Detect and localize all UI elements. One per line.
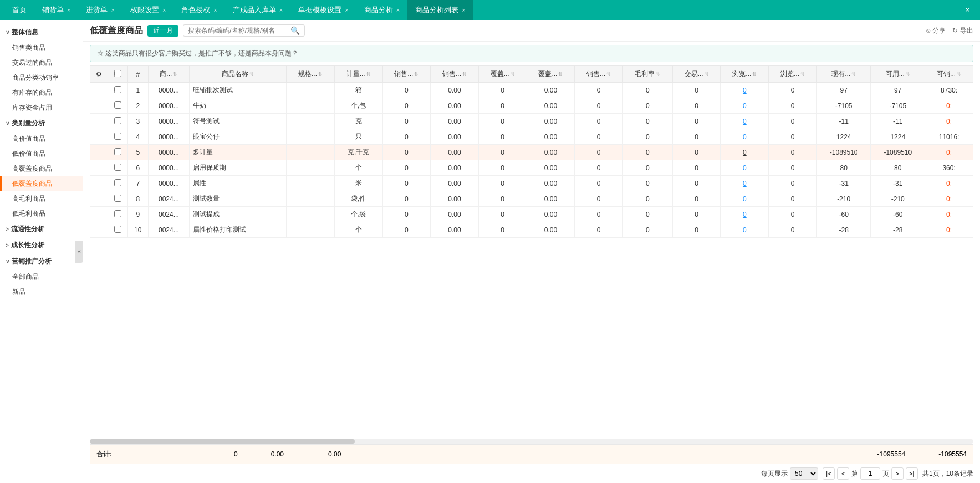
col-current[interactable]: 现有...⇅ xyxy=(816,66,871,83)
cell-browse1[interactable]: 0 xyxy=(721,129,769,145)
sidebar-item-category-rate[interactable]: 商品分类动销率 xyxy=(0,70,83,85)
last-page-button[interactable]: >| xyxy=(906,467,918,480)
nav-item-home[interactable]: 首页 xyxy=(4,0,34,20)
nav-item-analysis[interactable]: 商品分析 × xyxy=(356,0,407,20)
nav-close-permission[interactable]: × xyxy=(162,7,166,13)
col-code[interactable]: 商...⇅ xyxy=(148,66,190,83)
cell-browse1[interactable]: 0 xyxy=(721,176,769,191)
col-available[interactable]: 可用...⇅ xyxy=(871,66,925,83)
sidebar-section-marketing[interactable]: ∨ 营销推广分析 xyxy=(0,253,83,270)
sidebar-section-category[interactable]: ∨ 类别量分析 xyxy=(0,115,83,131)
cell-available: -210 xyxy=(871,191,925,207)
row-checkbox[interactable] xyxy=(114,179,121,186)
select-all-checkbox[interactable] xyxy=(114,70,121,77)
footer-current: -1095554 xyxy=(877,450,906,458)
cell-browse1[interactable]: 0 xyxy=(721,114,769,129)
nav-item-inventory[interactable]: 产成品入库单 × xyxy=(225,0,290,20)
row-checkbox[interactable] xyxy=(114,148,121,155)
nav-close-purchase[interactable]: × xyxy=(111,7,114,13)
cell-browse1[interactable]: 0 xyxy=(721,160,769,176)
export-button[interactable]: ↻ 导出 xyxy=(952,26,973,35)
time-filter-button[interactable]: 近一月 xyxy=(147,25,178,37)
share-button[interactable]: ⎋ 分享 xyxy=(926,26,946,35)
sidebar-collapse-button[interactable]: « xyxy=(75,241,83,263)
nav-item-template[interactable]: 单据模板设置 × xyxy=(290,0,356,20)
sidebar-section-liquidity[interactable]: > 流通性分析 xyxy=(0,221,83,237)
next-page-button[interactable]: > xyxy=(891,467,904,480)
nav-close-analysis-list[interactable]: × xyxy=(462,7,465,13)
sidebar-item-low-value[interactable]: 低价值商品 xyxy=(0,146,83,161)
row-checkbox[interactable] xyxy=(114,210,121,217)
sidebar-section-growth[interactable]: > 成长性分析 xyxy=(0,237,83,253)
sidebar-item-high-margin[interactable]: 高毛利商品 xyxy=(0,191,83,206)
first-page-button[interactable]: |< xyxy=(823,467,835,480)
scrollbar-thumb[interactable] xyxy=(90,439,355,444)
col-sales-amt[interactable]: 销售...⇅ xyxy=(431,66,479,83)
cell-browse1[interactable]: 0 xyxy=(721,207,769,222)
col-settings[interactable]: ⚙ xyxy=(90,66,108,83)
nav-close-inventory[interactable]: × xyxy=(279,7,283,13)
sidebar-item-low-margin[interactable]: 低毛利商品 xyxy=(0,206,83,221)
nav-close-analysis[interactable]: × xyxy=(396,7,400,13)
sidebar-item-traded-goods[interactable]: 交易过的商品 xyxy=(0,55,83,70)
row-checkbox[interactable] xyxy=(114,133,121,140)
row-checkbox[interactable] xyxy=(114,164,121,171)
col-spec[interactable]: 规格...⇅ xyxy=(287,66,335,83)
col-sales-qty[interactable]: 销售...⇅ xyxy=(382,66,431,83)
info-banner: ☆ 这类商品只有很少客户购买过，是推广不够，还是商品本身问题？ xyxy=(90,45,973,62)
col-cover1[interactable]: 覆盖...⇅ xyxy=(478,66,527,83)
sidebar-item-low-coverage[interactable]: 低覆盖度商品 xyxy=(0,176,83,191)
cell-browse1[interactable]: 0 xyxy=(721,145,769,160)
nav-item-permission[interactable]: 权限设置 × xyxy=(122,0,173,20)
nav-item-role[interactable]: 角色授权 × xyxy=(173,0,224,20)
row-checkbox[interactable] xyxy=(114,226,121,233)
sidebar-item-all-goods[interactable]: 全部商品 xyxy=(0,270,83,284)
nav-close-role[interactable]: × xyxy=(213,7,217,13)
sidebar-item-sales-goods[interactable]: 销售类商品 xyxy=(0,40,83,55)
table-row: 4 0000... 眼宝公仔 只 0 0.00 0 0.00 0 0 0 0 0… xyxy=(90,129,973,145)
row-checkbox[interactable] xyxy=(114,86,121,93)
nav-item-analysis-list[interactable]: 商品分析列表 × xyxy=(407,0,473,20)
close-all-button[interactable]: × xyxy=(959,5,976,15)
search-input[interactable] xyxy=(188,27,290,34)
cell-browse1[interactable]: 0 xyxy=(721,222,769,238)
cell-settings xyxy=(90,129,108,145)
col-saleable[interactable]: 可销...⇅ xyxy=(925,66,973,83)
cell-cover2: 0.00 xyxy=(527,114,575,129)
cell-browse1[interactable]: 0 xyxy=(721,83,769,98)
cell-current: -11 xyxy=(816,114,871,129)
nav-item-purchase[interactable]: 进货单 × xyxy=(78,0,122,20)
col-unit[interactable]: 计量...⇅ xyxy=(334,66,382,83)
nav-close-sales[interactable]: × xyxy=(67,7,70,13)
nav-item-sales[interactable]: 销货单 × xyxy=(34,0,78,20)
col-cover2[interactable]: 覆盖...⇅ xyxy=(527,66,575,83)
cell-spec xyxy=(287,222,335,238)
sidebar-item-in-stock[interactable]: 有库存的商品 xyxy=(0,85,83,100)
col-browse2[interactable]: 浏览...⇅ xyxy=(769,66,817,83)
page-size-dropdown[interactable]: 50 20 100 xyxy=(790,467,818,480)
col-gross-rate[interactable]: 毛利率⇅ xyxy=(622,66,672,83)
col-name[interactable]: 商品名称⇅ xyxy=(190,66,287,83)
sidebar-item-stock-capital[interactable]: 库存资金占用 xyxy=(0,100,83,115)
cell-unit: 个,袋 xyxy=(334,207,382,222)
row-checkbox[interactable] xyxy=(114,101,121,109)
prev-page-button[interactable]: < xyxy=(837,467,849,480)
nav-close-template[interactable]: × xyxy=(345,7,348,13)
sidebar-item-high-coverage[interactable]: 高覆盖度商品 xyxy=(0,161,83,176)
row-checkbox[interactable] xyxy=(114,117,121,124)
cell-sales-amt: 0.00 xyxy=(431,176,479,191)
current-page-input[interactable] xyxy=(860,467,880,480)
col-sales2[interactable]: 销售...⇅ xyxy=(575,66,623,83)
search-icon[interactable]: 🔍 xyxy=(290,26,300,35)
col-browse1[interactable]: 浏览...⇅ xyxy=(721,66,769,83)
sidebar-section-overall[interactable]: ∨ 整体信息 xyxy=(0,24,83,40)
cell-browse1[interactable]: 0 xyxy=(721,98,769,114)
row-checkbox[interactable] xyxy=(114,195,121,202)
sidebar-item-new-goods[interactable]: 新品 xyxy=(0,284,83,299)
cell-name: 多计量 xyxy=(190,145,287,160)
cell-gross-rate: 0 xyxy=(622,98,672,114)
col-trade[interactable]: 交易...⇅ xyxy=(672,66,721,83)
cell-browse1[interactable]: 0 xyxy=(721,191,769,207)
horizontal-scrollbar[interactable] xyxy=(90,439,973,444)
sidebar-item-high-value[interactable]: 高价值商品 xyxy=(0,131,83,146)
